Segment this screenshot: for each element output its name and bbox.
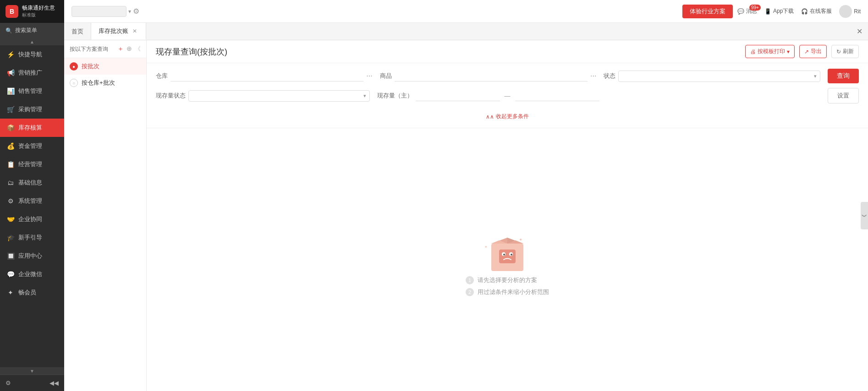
hint-text-2: 用过滤条件来缩小分析范围: [478, 288, 549, 296]
sidebar-item-basic[interactable]: 🗂 基础信息: [0, 174, 64, 192]
left-panel: 按以下方案查询 ＋ ⊕ 《 ● 按批次 ○ 按仓库+批次: [64, 40, 147, 391]
sidebar-item-label: 企业协同: [18, 215, 42, 223]
svg-rect-5: [499, 250, 516, 263]
refresh-label: 刷新: [843, 48, 854, 55]
hint-text-1: 请先选择要分析的方案: [478, 276, 537, 284]
tab-close-icon[interactable]: ✕: [131, 27, 138, 35]
sidebar-search[interactable]: 🔍 搜索菜单: [0, 23, 64, 38]
filter-area: 仓库 ··· 商品 ··· 状态 全部: [147, 63, 868, 128]
sidebar: B 畅康通好生意 标准版 🔍 搜索菜单 ▲ ⚡ 快捷导航 📢 营销推广 📊 销售…: [0, 0, 64, 391]
topbar: ▾ ⚙ 体验行业方案 💬 消息 99+ 📱 App下载 🎧 在线客服 Rit: [64, 0, 868, 23]
sidebar-item-wechat[interactable]: 💬 企业微信: [0, 265, 64, 283]
warehouse-more-icon[interactable]: ···: [366, 72, 372, 80]
sidebar-item-newbie[interactable]: 🎓 新手引导: [0, 228, 64, 247]
settings-btn[interactable]: 设置: [828, 88, 859, 103]
export-btn[interactable]: ↗ 导出: [799, 45, 827, 58]
sidebar-scroll-up[interactable]: ▲: [0, 38, 64, 45]
goods-more-icon[interactable]: ···: [590, 72, 596, 80]
goods-input[interactable]: [395, 71, 588, 81]
print-btn[interactable]: 🖨 按模板打印 ▾: [745, 45, 795, 58]
quick-nav-icon: ⚡: [6, 50, 15, 59]
sidebar-item-business[interactable]: 📋 经营管理: [0, 155, 64, 174]
service-icon: 🎧: [801, 8, 808, 15]
marketing-icon: 📢: [6, 69, 15, 77]
tab-close-main[interactable]: ✕: [851, 23, 868, 40]
message-btn[interactable]: 💬 消息 99+: [737, 7, 757, 15]
hint-num-2: 2: [466, 288, 474, 296]
online-service-btn[interactable]: 🎧 在线客服: [801, 7, 832, 15]
scheme-item-batch[interactable]: ● 按批次: [64, 58, 146, 75]
content-area: 按以下方案查询 ＋ ⊕ 《 ● 按批次 ○ 按仓库+批次 现存量查询(按批次): [64, 40, 868, 391]
settings-icon[interactable]: ⚙: [5, 380, 11, 386]
app-download-btn[interactable]: 📱 App下载: [764, 7, 794, 15]
stock-qty-min-input[interactable]: [416, 90, 500, 101]
inventory-icon: 📦: [6, 124, 15, 132]
left-panel-actions: ＋ ⊕ 《: [117, 45, 141, 53]
app-version: 标准版: [22, 12, 55, 18]
newbie-icon: 🎓: [6, 234, 15, 242]
stock-qty-max-input[interactable]: [515, 90, 599, 101]
user-name: Rit: [854, 8, 861, 15]
online-service-label: 在线客服: [810, 7, 832, 15]
query-btn[interactable]: 查询: [828, 69, 859, 83]
scheme-collapse-icon[interactable]: 《: [135, 45, 141, 53]
app-logo: B: [5, 5, 18, 18]
filter-dash: —: [503, 92, 512, 99]
goods-label: 商品: [380, 72, 392, 80]
sidebar-item-label: 系统管理: [18, 197, 42, 205]
sidebar-item-enterprise[interactable]: 🤝 企业协同: [0, 210, 64, 228]
sidebar-collapse-icon[interactable]: ◀◀: [49, 380, 59, 386]
export-label: 导出: [811, 48, 822, 55]
right-edge-tab[interactable]: ❯: [861, 202, 868, 229]
tab-inventory-batch[interactable]: 库存批次账 ✕: [91, 23, 146, 40]
warehouse-label: 仓库: [156, 72, 168, 80]
search-label: 搜索菜单: [15, 27, 37, 34]
sidebar-nav: ⚡ 快捷导航 📢 营销推广 📊 销售管理 🛒 采购管理 📦 库存核算 💰 资金管…: [0, 45, 64, 367]
purchase-icon: 🛒: [6, 105, 15, 114]
sidebar-scroll-down[interactable]: ▼: [0, 367, 64, 375]
sidebar-item-purchase[interactable]: 🛒 采购管理: [0, 100, 64, 119]
empty-hint-2: 2 用过滤条件来缩小分析范围: [466, 288, 549, 296]
collapse-up-icon: ∧∧: [486, 114, 494, 120]
gear-button[interactable]: ⚙: [133, 7, 139, 16]
scheme-item-warehouse-batch[interactable]: ○ 按仓库+批次: [64, 75, 146, 91]
user-avatar[interactable]: Rit: [839, 5, 861, 18]
filter-status: 状态 全部 ▾: [604, 71, 820, 82]
svg-point-9: [511, 254, 512, 255]
sidebar-item-appstore[interactable]: 🔲 应用中心: [0, 247, 64, 265]
collapse-btn[interactable]: ∧∧ 收起更多条件: [482, 111, 533, 122]
sidebar-item-marketing[interactable]: 📢 营销推广: [0, 64, 64, 82]
scheme-active-icon: ●: [70, 62, 78, 71]
export-icon: ↗: [804, 49, 809, 55]
member-icon: ✦: [6, 288, 15, 297]
collapse-row: ∧∧ 收起更多条件: [156, 108, 859, 122]
scheme-settings-icon[interactable]: ⊕: [126, 45, 132, 53]
tab-home[interactable]: 首页: [64, 23, 91, 40]
wechat-icon: 💬: [6, 270, 15, 278]
status-select[interactable]: 全部: [618, 71, 820, 82]
collapse-label: 收起更多条件: [496, 113, 529, 120]
message-badge: 99+: [749, 5, 761, 11]
breadcrumb: ▾ ⚙: [71, 6, 678, 17]
sidebar-bottom: ⚙ ◀◀: [0, 375, 64, 391]
industry-btn[interactable]: 体验行业方案: [682, 5, 733, 18]
sidebar-item-label: 快捷导航: [18, 50, 42, 59]
app-download-label: App下载: [773, 7, 794, 15]
breadcrumb-input[interactable]: [71, 6, 126, 17]
sidebar-item-inventory[interactable]: 📦 库存核算: [0, 119, 64, 137]
left-panel-header: 按以下方案查询 ＋ ⊕ 《: [64, 40, 146, 58]
empty-hints: 1 请先选择要分析的方案 2 用过滤条件来缩小分析范围: [466, 276, 549, 296]
sidebar-item-sales[interactable]: 📊 销售管理: [0, 82, 64, 100]
sidebar-item-system[interactable]: ⚙ 系统管理: [0, 192, 64, 210]
add-scheme-icon[interactable]: ＋: [117, 45, 124, 53]
sidebar-item-quick-nav[interactable]: ⚡ 快捷导航: [0, 45, 64, 64]
message-icon: 💬: [737, 8, 744, 15]
sidebar-item-member[interactable]: ✦ 畅会员: [0, 283, 64, 302]
sidebar-item-finance[interactable]: 💰 资金管理: [0, 137, 64, 155]
filter-stock-qty: 现存量（主） —: [377, 90, 599, 101]
refresh-btn[interactable]: ↻ 刷新: [831, 45, 859, 58]
finance-icon: 💰: [6, 142, 15, 150]
stock-status-select-wrapper: 全部 有库存 无库存 ▾: [188, 90, 370, 102]
stock-status-select[interactable]: 全部 有库存 无库存: [188, 90, 370, 102]
warehouse-input[interactable]: [170, 71, 363, 81]
